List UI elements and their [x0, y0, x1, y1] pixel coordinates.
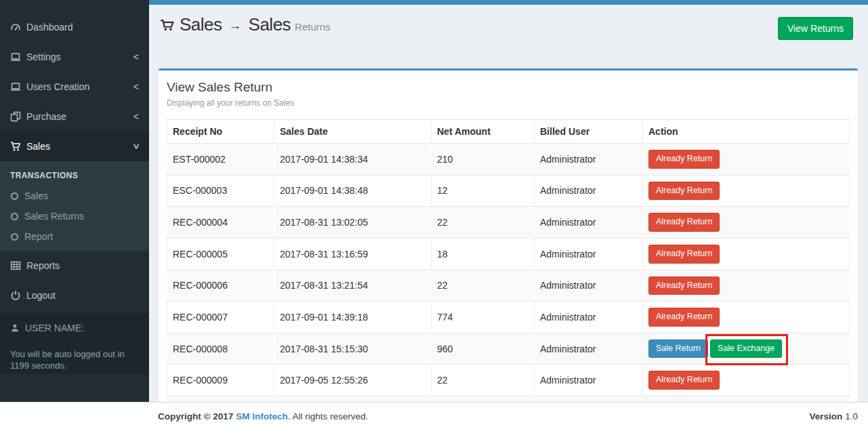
- billed-user-cell: Administrator: [535, 270, 643, 302]
- sales-date-cell: 2017-09-05 12:55:26: [274, 365, 432, 396]
- already-return-button[interactable]: Already Return: [648, 308, 720, 327]
- receipt-no-cell: REC-000008: [167, 333, 274, 365]
- billed-user-cell: Administrator: [535, 207, 643, 239]
- top-accent-bar: [149, 0, 868, 5]
- highlighted-action: Sale Exchange: [710, 339, 782, 358]
- submenu-item-sales[interactable]: Sales: [0, 186, 149, 206]
- sidebar-item-settings[interactable]: Settings <: [0, 42, 149, 72]
- breadcrumb-secondary: Sales: [249, 14, 291, 35]
- sidebar-item-sales[interactable]: Sales <: [0, 131, 149, 161]
- submenu-item-sales-returns[interactable]: Sales Returns: [0, 206, 149, 226]
- column-header-receipt-no: Receipt No: [167, 120, 274, 144]
- copyright-prefix: Copyright © 2017: [158, 411, 233, 421]
- column-header-billed-user: Billed User: [535, 120, 643, 144]
- table-row: REC-0000052017-08-31 13:16:5918Administr…: [167, 238, 850, 270]
- panel-title: View Sales Return: [167, 80, 850, 95]
- column-header-sales-date: Sales Date: [274, 120, 432, 144]
- sidebar-item-label: Logout: [26, 290, 56, 301]
- version-value: 1.0: [845, 411, 858, 421]
- sidebar-item-dashboard[interactable]: Dashboard: [0, 12, 149, 42]
- main-content: Sales → Sales Returns View Returns View …: [149, 0, 868, 402]
- sales-date-cell: 2017-09-01 14:38:48: [274, 175, 432, 207]
- sale-return-button[interactable]: Sale Return: [648, 339, 708, 358]
- gauge-icon: [10, 22, 26, 33]
- action-cell: Already Return: [643, 175, 850, 207]
- already-return-button[interactable]: Already Return: [648, 150, 720, 169]
- sales-date-cell: 2017-08-31 15:15:30: [274, 333, 432, 365]
- copyright-text: Copyright © 2017SM Infotech. All rights …: [158, 411, 368, 433]
- sales-date-cell: 2017-08-31 13:21:54: [274, 270, 432, 302]
- copy-icon: [10, 111, 26, 122]
- action-cell: Already Return: [643, 365, 850, 396]
- panel-subtitle: Displaying all your returns on Sales: [167, 98, 850, 108]
- already-return-button[interactable]: Already Return: [648, 371, 720, 390]
- sales-date-cell: 2017-09-01 14:39:18: [274, 302, 432, 333]
- receipt-no-cell: REC-000006: [167, 270, 274, 302]
- breadcrumb-primary: Sales: [180, 14, 222, 35]
- already-return-button[interactable]: Already Return: [648, 182, 720, 201]
- table-row: ESC-0000032017-09-01 14:38:4812Administr…: [167, 175, 850, 207]
- sidebar-item-reports[interactable]: Reports: [0, 251, 149, 281]
- receipt-no-cell: REC-000007: [167, 302, 274, 333]
- net-amount-cell: 18: [432, 238, 535, 270]
- receipt-no-cell: EST-000002: [167, 144, 274, 176]
- net-amount-cell: 22: [432, 365, 535, 396]
- already-return-button[interactable]: Already Return: [648, 213, 720, 232]
- receipt-no-cell: REC-000004: [167, 207, 274, 239]
- receipt-no-cell: REC-000005: [167, 238, 274, 270]
- cart-icon: [160, 18, 175, 33]
- sales-submenu: TRANSACTIONS Sales Sales Returns Report: [0, 161, 149, 251]
- sidebar-item-purchase[interactable]: Purchase <: [0, 102, 149, 131]
- user-icon: [10, 323, 20, 333]
- table-row: EST-0000022017-09-01 14:38:34210Administ…: [167, 144, 850, 176]
- already-return-button[interactable]: Already Return: [648, 276, 720, 295]
- user-name-label: USER NAME:: [25, 323, 84, 333]
- chevron-left-icon: <: [133, 51, 139, 62]
- action-cell: Sale ReturnSale Exchange: [643, 333, 850, 365]
- net-amount-cell: 774: [432, 302, 535, 333]
- sales-date-cell: 2017-09-01 14:38:34: [274, 144, 432, 176]
- cart-icon: [10, 141, 26, 152]
- sales-date-cell: 2017-08-31 13:02:05: [274, 207, 432, 239]
- table-row: REC-0000062017-08-31 13:21:5422Administr…: [167, 270, 850, 302]
- sidebar-item-label: Users Creation: [26, 81, 89, 92]
- sale-exchange-button[interactable]: Sale Exchange: [710, 339, 782, 358]
- sidebar-section-header: TRANSACTIONS: [0, 164, 149, 186]
- sidebar-item-label: Dashboard: [26, 22, 73, 33]
- laptop-icon: [10, 51, 26, 62]
- column-header-action: Action: [643, 120, 850, 144]
- already-return-button[interactable]: Already Return: [648, 245, 720, 264]
- action-cell: Already Return: [643, 302, 850, 333]
- breadcrumb: Sales → Sales Returns: [160, 14, 853, 35]
- receipt-no-cell: ESC-000003: [167, 175, 274, 207]
- action-cell: Already Return: [643, 238, 850, 270]
- net-amount-cell: 22: [432, 207, 535, 239]
- submenu-item-label: Sales: [24, 190, 48, 201]
- arrow-right-icon: →: [229, 18, 242, 33]
- table-row: REC-0000072017-09-01 14:39:18774Administ…: [167, 302, 850, 333]
- billed-user-cell: Administrator: [535, 365, 643, 396]
- auto-logout-message: You will be auto logged out in 1199 seco…: [10, 348, 125, 371]
- sidebar: Dashboard Settings < Users Creation < Pu…: [0, 0, 149, 402]
- net-amount-cell: 12: [432, 175, 535, 207]
- billed-user-cell: Administrator: [535, 333, 643, 365]
- submenu-item-label: Sales Returns: [24, 211, 84, 222]
- chevron-left-icon: <: [133, 111, 139, 122]
- company-link[interactable]: SM Infotech: [236, 411, 288, 421]
- action-cell: Already Return: [643, 144, 850, 176]
- sidebar-nav: Dashboard Settings < Users Creation < Pu…: [0, 0, 149, 161]
- submenu-item-report[interactable]: Report: [0, 226, 149, 247]
- sidebar-item-users-creation[interactable]: Users Creation <: [0, 72, 149, 102]
- action-cell: Already Return: [643, 207, 850, 239]
- sidebar-item-label: Sales: [26, 141, 50, 152]
- sidebar-item-label: Settings: [26, 51, 61, 62]
- receipt-no-cell: REC-000009: [167, 365, 274, 396]
- column-header-net-amount: Net Amount: [432, 120, 535, 144]
- breadcrumb-sub: Returns: [295, 21, 331, 33]
- copyright-suffix: . All rights reserved.: [288, 411, 369, 421]
- net-amount-cell: 960: [432, 333, 535, 365]
- table-icon: [10, 260, 26, 271]
- view-returns-button[interactable]: View Returns: [778, 17, 853, 40]
- laptop-icon: [10, 81, 26, 92]
- sidebar-item-logout[interactable]: Logout: [0, 281, 149, 310]
